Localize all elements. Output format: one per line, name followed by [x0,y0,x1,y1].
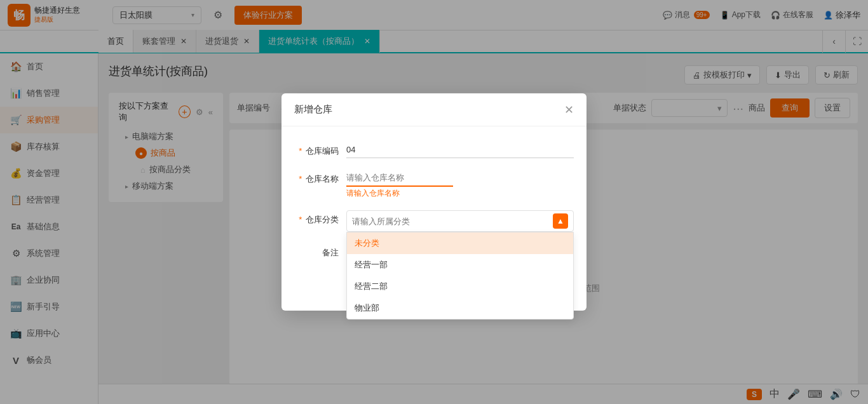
form-row-name: * 仓库名称 请输入仓库名称 [294,170,574,199]
name-input[interactable] [346,170,453,187]
code-label: * 仓库编码 [294,142,339,157]
dropdown-item-uncat[interactable]: 未分类 [347,232,573,254]
note-form-label: 备注 [294,243,339,259]
code-input[interactable] [346,142,574,158]
modal-close-button[interactable]: ✕ [564,104,574,116]
dropdown-item-op2[interactable]: 经营二部 [347,276,573,297]
name-input-wrap: 请输入仓库名称 [346,170,574,199]
modal-body: * 仓库编码 * 仓库名称 请输入仓库名称 * [281,126,587,278]
dropdown-item-op1[interactable]: 经营一部 [347,254,573,276]
category-input-row: ▲ [346,210,574,232]
name-error-msg: 请输入仓库名称 [346,188,574,199]
category-toggle-button[interactable]: ▲ [553,213,568,229]
form-row-category: * 仓库分类 ▲ 未分类 经营一部 经营二部 物业部 [294,210,574,232]
form-row-code: * 仓库编码 [294,142,574,158]
category-wrap: ▲ 未分类 经营一部 经营二部 物业部 [346,210,574,232]
category-label: * 仓库分类 [294,210,339,226]
category-dropdown: 未分类 经营一部 经营二部 物业部 [346,232,574,320]
name-label: * 仓库名称 [294,170,339,185]
modal-title: 新增仓库 [294,104,332,116]
dropdown-item-op3[interactable]: 物业部 [347,297,573,319]
category-input[interactable] [352,217,553,226]
modal-header: 新增仓库 ✕ [281,93,587,126]
modal-overlay: 新增仓库 ✕ * 仓库编码 * 仓库名称 请输入仓库名称 [0,0,868,404]
new-warehouse-modal: 新增仓库 ✕ * 仓库编码 * 仓库名称 请输入仓库名称 [281,93,587,311]
